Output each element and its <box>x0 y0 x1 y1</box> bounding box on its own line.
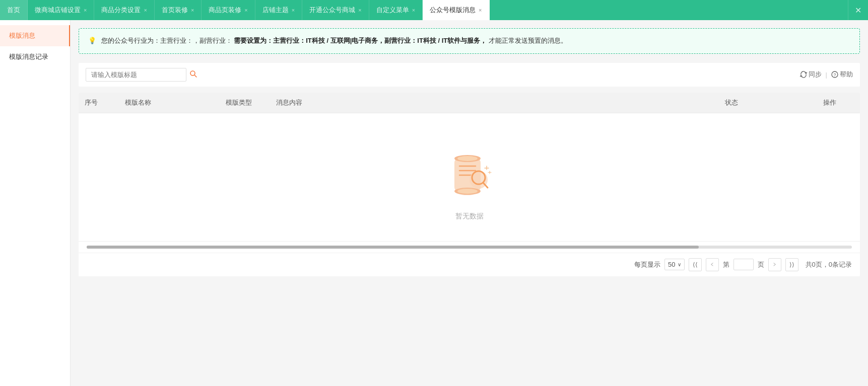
th-name: 模版名称 <box>119 93 220 113</box>
nav-tab-template-msg-label: 公众号模版消息 <box>430 6 476 15</box>
page-total: 共0页，0条记录 <box>806 260 852 269</box>
th-action: 操作 <box>799 93 860 113</box>
nav-tab-template-msg[interactable]: 公众号模版消息 × <box>423 0 489 20</box>
page-label-post: 页 <box>758 260 764 269</box>
help-button[interactable]: ? 帮助 <box>831 70 853 79</box>
nav-tab-open-mall-close[interactable]: × <box>358 7 361 13</box>
page-next-button[interactable]: ﹥ <box>768 258 781 271</box>
sidebar: 模版消息 模版消息记录 <box>0 20 71 386</box>
bulb-icon: 💡 <box>88 37 96 44</box>
page-size-select[interactable]: 50 ∨ <box>664 259 684 270</box>
horizontal-scrollbar[interactable] <box>87 246 852 249</box>
nav-tab-category[interactable]: 商品分类设置 × <box>94 0 154 20</box>
nav-tab-custom-menu-label: 自定义菜单 <box>376 6 409 15</box>
th-status: 状态 <box>719 93 799 113</box>
sidebar-item-template-msg[interactable]: 模版消息 <box>0 25 70 46</box>
notice-highlight: 需要设置为：主营行业：IT科技 / 互联网|电子商务，副营行业：IT科技 / I… <box>234 37 487 44</box>
svg-point-12 <box>457 189 478 194</box>
help-icon: ? <box>831 71 838 78</box>
notice-prefix: 您的公众号行业为：主营行业：，副营行业： <box>101 37 232 44</box>
nav-tab-product-label: 商品页装修 <box>209 6 241 15</box>
nav-tab-open-mall[interactable]: 开通公众号商城 × <box>302 0 369 20</box>
search-right: 同步 | ? 帮助 <box>800 70 853 79</box>
sync-icon <box>800 71 807 78</box>
nav-tab-open-mall-label: 开通公众号商城 <box>309 6 355 15</box>
sync-label: 同步 <box>809 70 822 79</box>
pagination: 每页显示 50 ∨ ⟨⟨ ﹤ 第 1 页 ﹥ ⟩⟩ 共0页，0条记录 <box>79 253 860 276</box>
search-button[interactable] <box>189 70 197 80</box>
th-type: 模版类型 <box>220 93 270 113</box>
page-size-value: 50 <box>668 261 675 268</box>
empty-state: 暂无数据 <box>79 113 860 241</box>
nav-tab-home-label: 首页 <box>7 6 20 15</box>
nav-tab-homepage-label: 首页装修 <box>162 6 188 15</box>
sidebar-item-template-msg-record[interactable]: 模版消息记录 <box>0 46 70 67</box>
main-layout: 模版消息 模版消息记录 💡 您的公众号行业为：主营行业：，副营行业： 需要设置为… <box>0 20 868 386</box>
empty-text: 暂无数据 <box>455 212 484 221</box>
nav-tab-home[interactable]: 首页 <box>0 0 28 20</box>
page-last-button[interactable]: ⟩⟩ <box>785 258 798 271</box>
notice-banner: 💡 您的公众号行业为：主营行业：，副营行业： 需要设置为：主营行业：IT科技 /… <box>79 28 860 54</box>
nav-tab-homepage-close[interactable]: × <box>191 7 194 13</box>
nav-tab-template-msg-close[interactable]: × <box>479 7 482 13</box>
nav-tab-product-close[interactable]: × <box>244 7 247 13</box>
table-header: 序号 模版名称 模版类型 消息内容 状态 操作 <box>79 93 860 113</box>
svg-point-7 <box>457 156 478 161</box>
nav-tab-shop-settings[interactable]: 微商城店铺设置 × <box>28 0 94 20</box>
main-content: 💡 您的公众号行业为：主营行业：，副营行业： 需要设置为：主营行业：IT科技 /… <box>71 20 868 386</box>
search-bar: 同步 | ? 帮助 <box>79 63 860 87</box>
nav-tab-custom-menu-close[interactable]: × <box>412 7 415 13</box>
nav-tab-shop-settings-label: 微商城店铺设置 <box>35 6 81 15</box>
page-label-pre: 第 <box>723 260 729 269</box>
page-size-label: 每页显示 <box>634 260 660 269</box>
nav-tab-product[interactable]: 商品页装修 × <box>202 0 255 20</box>
help-label: 帮助 <box>840 70 853 79</box>
table-container: 序号 模版名称 模版类型 消息内容 状态 操作 <box>79 93 860 276</box>
th-seq: 序号 <box>79 93 119 113</box>
top-nav: 首页 微商城店铺设置 × 商品分类设置 × 首页装修 × 商品页装修 × 店铺主… <box>0 0 868 20</box>
nav-tab-category-close[interactable]: × <box>144 7 147 13</box>
page-first-button[interactable]: ⟨⟨ <box>689 258 702 271</box>
svg-point-0 <box>190 71 195 75</box>
chevron-down-icon: ∨ <box>678 262 681 267</box>
svg-line-1 <box>195 75 197 77</box>
nav-close-all-button[interactable]: ✕ <box>848 0 868 20</box>
svg-text:?: ? <box>833 72 836 78</box>
page-number-input[interactable]: 1 <box>733 259 754 270</box>
nav-tab-shop-settings-close[interactable]: × <box>84 7 87 13</box>
search-icon <box>189 70 197 78</box>
nav-tab-theme-label: 店铺主题 <box>262 6 289 15</box>
nav-tab-homepage[interactable]: 首页装修 × <box>155 0 202 20</box>
nav-tab-category-label: 商品分类设置 <box>101 6 141 15</box>
sidebar-item-template-msg-label: 模版消息 <box>9 32 35 39</box>
sync-button[interactable]: 同步 <box>800 70 822 79</box>
scrollbar-thumb[interactable] <box>87 246 699 249</box>
nav-tab-theme[interactable]: 店铺主题 × <box>255 0 302 20</box>
divider: | <box>826 71 827 79</box>
empty-illustration <box>439 143 500 204</box>
notice-suffix: 才能正常发送预置的消息。 <box>489 37 567 44</box>
page-prev-button[interactable]: ﹤ <box>706 258 719 271</box>
horizontal-scrollbar-container <box>79 241 860 253</box>
search-input[interactable] <box>86 68 186 82</box>
th-content: 消息内容 <box>270 93 719 113</box>
sidebar-item-template-msg-record-label: 模版消息记录 <box>9 53 48 60</box>
nav-tab-custom-menu[interactable]: 自定义菜单 × <box>369 0 423 20</box>
search-left <box>86 68 197 82</box>
nav-tab-theme-close[interactable]: × <box>292 7 295 13</box>
